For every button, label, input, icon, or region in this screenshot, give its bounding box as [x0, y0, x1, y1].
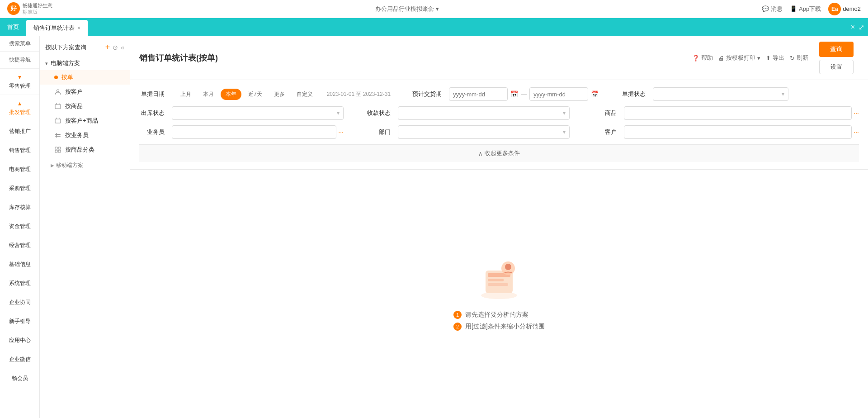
calendar-from-icon[interactable]: 📅 — [510, 90, 518, 98]
user-name: demo2 — [843, 5, 861, 12]
goods-input[interactable] — [624, 106, 852, 120]
tab-close-btn[interactable]: × — [77, 25, 80, 31]
sidebar-marketing-label: 营销推广 — [9, 128, 31, 135]
logo-icon: 好 — [7, 2, 20, 15]
sidebar-system-label: 系统管理 — [9, 280, 31, 287]
svg-point-0 — [57, 90, 59, 92]
user-btn[interactable]: Ea demo2 — [828, 3, 861, 15]
date-btn-custom[interactable]: 自定义 — [292, 89, 318, 100]
scheme-settings-btn[interactable]: ⊙ — [113, 44, 118, 51]
svg-rect-6 — [55, 147, 57, 149]
empty-tip-1: 1 请先选择要分析的方案 — [453, 311, 545, 319]
sidebar-nav[interactable]: 快捷导航 — [0, 52, 39, 69]
scheme-section-pc-header[interactable]: ▾ 电脑端方案 — [40, 57, 130, 70]
tip-num-2: 2 — [453, 323, 462, 331]
expected-date-to[interactable] — [529, 87, 588, 101]
message-btn[interactable]: 💬 消息 — [762, 5, 783, 13]
print-chevron: ▾ — [757, 55, 760, 62]
tab-home[interactable]: 首页 — [0, 18, 26, 36]
department-select[interactable]: ▾ — [398, 125, 570, 139]
scheme-add-btn[interactable]: + — [105, 43, 110, 52]
scheme-item-by-goods[interactable]: 按商品 — [40, 99, 130, 114]
workplace-chevron: ▾ — [436, 5, 439, 12]
retail-icon: ▾ — [18, 73, 21, 81]
sidebar-item-inventory[interactable]: 库存核算 — [0, 197, 39, 216]
scheme-section-mobile-header[interactable]: ▶ 移动端方案 — [40, 159, 130, 172]
sidebar-item-member[interactable]: 畅会员 — [0, 368, 39, 387]
sidebar-item-wholesale[interactable]: ▴ 批发管理 — [0, 95, 39, 121]
query-btn[interactable]: 查询 — [819, 42, 854, 57]
scheme-item-by-category[interactable]: 按商品分类 — [40, 142, 130, 157]
refresh-btn[interactable]: ↻ 刷新 — [790, 54, 808, 62]
salesman-input[interactable] — [172, 125, 336, 139]
workplace-label: 办公用品行业模拟账套 — [375, 5, 434, 13]
department-arrow: ▾ — [563, 129, 566, 135]
scheme-item-by-customer-goods[interactable]: 按客户+商品 — [40, 114, 130, 128]
sidebar-item-basic[interactable]: 基础信息 — [0, 254, 39, 273]
top-bar: 好 畅捷通好生意 标准版 办公用品行业模拟账套 ▾ 💬 消息 📱 App下载 E… — [0, 0, 868, 18]
refresh-label: 刷新 — [797, 54, 808, 62]
sidebar-app-center-label: 应用中心 — [9, 337, 31, 344]
sidebar-sales-label: 销售管理 — [9, 147, 31, 154]
date-label: 单据日期 — [139, 90, 165, 98]
sidebar-item-ecommerce[interactable]: 电商管理 — [0, 159, 39, 178]
date-btn-last-month[interactable]: 上月 — [175, 89, 196, 100]
sidebar-item-purchase[interactable]: 采购管理 — [0, 178, 39, 197]
svg-rect-9 — [58, 150, 61, 152]
sidebar-item-collaboration[interactable]: 企业协同 — [0, 292, 39, 311]
salesman-more-btn[interactable]: ··· — [338, 128, 344, 136]
user-avatar: Ea — [828, 3, 841, 15]
bill-status-select[interactable]: ▾ — [653, 87, 788, 101]
export-btn[interactable]: ⬆ 导出 — [766, 54, 784, 62]
sidebar-search-label[interactable]: 搜索菜单 — [4, 40, 36, 48]
sidebar-item-system[interactable]: 系统管理 — [0, 273, 39, 292]
expected-date-from[interactable] — [449, 87, 508, 101]
svg-rect-5 — [56, 133, 57, 138]
tab-sales-order[interactable]: 销售订单统计表 × — [26, 20, 88, 36]
sidebar-item-marketing[interactable]: 营销推广 — [0, 121, 39, 140]
date-btn-this-month[interactable]: 本月 — [198, 89, 219, 100]
app-download-btn[interactable]: 📱 App下载 — [790, 5, 821, 13]
out-status-label: 出库状态 — [139, 109, 165, 117]
calendar-to-icon[interactable]: 📅 — [591, 90, 599, 98]
sidebar-item-sales[interactable]: 销售管理 — [0, 140, 39, 159]
scheme-item-by-customer[interactable]: 按客户 — [40, 85, 130, 99]
date-btn-more[interactable]: 更多 — [269, 89, 290, 100]
customer-label: 客户 — [591, 128, 617, 136]
logo-texts: 畅捷通好生意 标准版 — [23, 2, 52, 15]
template-print-btn[interactable]: 🖨 按模板打印 ▾ — [718, 54, 760, 62]
sidebar-search[interactable]: 搜索菜单 — [0, 36, 39, 52]
svg-rect-13 — [488, 279, 504, 281]
scheme-item-by-salesman[interactable]: 按业务员 — [40, 128, 130, 142]
tab-expand-btn[interactable]: ⤢ — [859, 23, 864, 32]
sidebar-item-operations[interactable]: 经营管理 — [0, 235, 39, 254]
sidebar-collaboration-label: 企业协同 — [9, 299, 31, 306]
logo-sub: 标准版 — [23, 9, 52, 15]
scheme-label-by-salesman: 按业务员 — [65, 131, 89, 139]
help-btn[interactable]: ❓ 帮助 — [692, 54, 713, 62]
collapse-btn[interactable]: ∧ 收起更多条件 — [478, 149, 520, 157]
sidebar-item-app-center[interactable]: 应用中心 — [0, 330, 39, 349]
customer-input[interactable] — [624, 125, 852, 139]
payment-status-select[interactable]: ▾ — [398, 106, 570, 120]
date-btn-this-year[interactable]: 本年 — [221, 89, 241, 100]
out-status-select[interactable]: ▾ — [172, 106, 344, 120]
sidebar-quick-nav[interactable]: 快捷导航 — [0, 53, 39, 66]
salesman-label: 业务员 — [139, 128, 165, 136]
collapse-bar[interactable]: ∧ 收起更多条件 — [139, 144, 859, 162]
sidebar-item-retail[interactable]: ▾ 零售管理 — [0, 69, 39, 95]
scheme-label-by-goods: 按商品 — [65, 102, 83, 110]
goods-more-btn[interactable]: ··· — [854, 109, 859, 117]
tab-close-all-btn[interactable]: × — [851, 23, 855, 31]
workplace-select[interactable]: 办公用品行业模拟账套 ▾ — [375, 5, 439, 13]
date-btn-7days[interactable]: 近7天 — [243, 89, 267, 100]
help-label: 帮助 — [701, 54, 713, 62]
customer-more-btn[interactable]: ··· — [854, 128, 859, 136]
sidebar-item-finance[interactable]: 资金管理 — [0, 216, 39, 235]
setting-btn[interactable]: 设置 — [819, 60, 854, 74]
sidebar-item-enterprise-wechat[interactable]: 企业微信 — [0, 349, 39, 368]
scheme-collapse-btn[interactable]: « — [121, 44, 124, 51]
scheme-item-by-order[interactable]: 按单 — [40, 70, 130, 85]
sidebar-item-guide[interactable]: 新手引导 — [0, 311, 39, 330]
svg-rect-3 — [55, 134, 61, 135]
